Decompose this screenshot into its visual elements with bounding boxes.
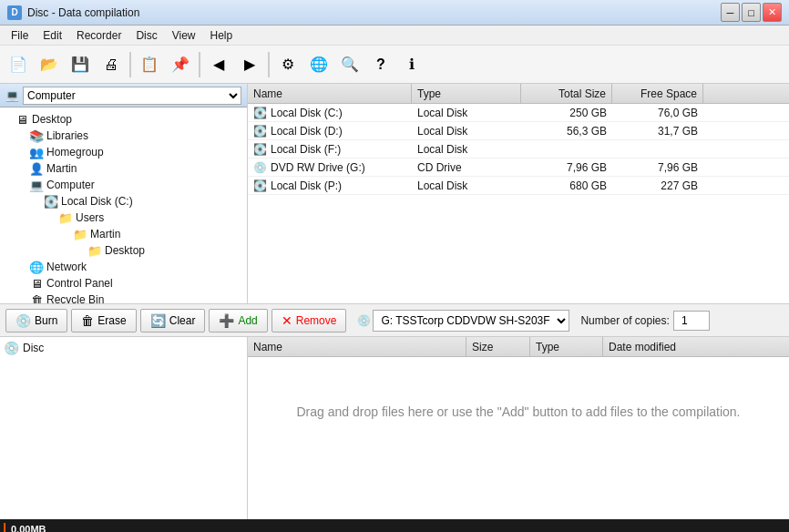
search-button[interactable]: 🔍 bbox=[335, 50, 364, 79]
cell-total-3: 7,96 GB bbox=[521, 159, 612, 176]
tree-panel: 💻 Computer 🖥 Desktop 📚 Libraries bbox=[0, 84, 248, 303]
copy-button[interactable]: 📋 bbox=[135, 50, 164, 79]
new-button[interactable]: 📄 bbox=[4, 50, 33, 79]
toolbar-sep-1 bbox=[129, 52, 131, 77]
file-list-header: Name Type Total Size Free Space bbox=[248, 84, 789, 104]
comp-col-size[interactable]: Size bbox=[466, 337, 530, 356]
col-header-name[interactable]: Name bbox=[248, 84, 412, 103]
cell-free-2 bbox=[612, 140, 703, 158]
disc-small-icon: 💿 bbox=[4, 341, 19, 355]
cell-total-0: 250 GB bbox=[521, 104, 612, 121]
menu-bar: File Edit Recorder Disc View Help bbox=[0, 26, 789, 46]
users-folder-icon: 📁 bbox=[58, 210, 73, 225]
progress-label: 0,00MB bbox=[11, 524, 46, 532]
back-button[interactable]: ◀ bbox=[204, 50, 233, 79]
progress-bar bbox=[4, 523, 5, 532]
tree-header: 💻 Computer bbox=[0, 84, 247, 107]
drive-select[interactable]: G: TSSTcorp CDDVDW SH-S203F bbox=[373, 310, 569, 332]
cell-free-4: 227 GB bbox=[612, 177, 703, 194]
tree-item-desktop[interactable]: 🖥 Desktop bbox=[0, 111, 247, 128]
file-icon-2: 💽 bbox=[253, 143, 267, 156]
main-area: 💻 Computer 🖥 Desktop 📚 Libraries bbox=[0, 84, 789, 304]
user-icon: 👤 bbox=[29, 161, 44, 176]
cell-name-4: 💽 Local Disk (P:) bbox=[248, 177, 412, 194]
erase-button[interactable]: 🗑 Erase bbox=[71, 309, 136, 332]
file-row-2[interactable]: 💽 Local Disk (F:) Local Disk bbox=[248, 140, 789, 159]
file-row-4[interactable]: 💽 Local Disk (P:) Local Disk 680 GB 227 … bbox=[248, 177, 789, 195]
disk-c-icon: 💽 bbox=[44, 194, 58, 209]
burn-button[interactable]: 💿 Burn bbox=[5, 309, 67, 332]
menu-view[interactable]: View bbox=[165, 27, 203, 44]
remove-button[interactable]: ✕ Remove bbox=[272, 309, 347, 332]
save-button[interactable]: 💾 bbox=[66, 50, 95, 79]
tree-item-network[interactable]: 🌐 Network bbox=[0, 259, 247, 275]
toolbar: 📄 📂 💾 🖨 📋 📌 ◀ ▶ ⚙ 🌐 🔍 ? ℹ bbox=[0, 46, 789, 84]
menu-edit[interactable]: Edit bbox=[36, 27, 69, 44]
tree-item-libraries[interactable]: 📚 Libraries bbox=[0, 128, 247, 144]
progress-area: 0,00MB bbox=[0, 519, 789, 532]
tree-item-desktop-sub[interactable]: 📁 Desktop bbox=[0, 242, 247, 259]
cell-free-0: 76,0 GB bbox=[612, 104, 703, 121]
help-button[interactable]: ? bbox=[366, 50, 395, 79]
add-button[interactable]: ➕ Add bbox=[209, 309, 267, 332]
location-dropdown[interactable]: Computer bbox=[23, 87, 241, 105]
settings-button[interactable]: ⚙ bbox=[273, 50, 302, 79]
tree-item-computer[interactable]: 💻 Computer bbox=[0, 177, 247, 193]
erase-icon: 🗑 bbox=[81, 313, 94, 328]
cell-type-2: Local Disk bbox=[412, 140, 521, 158]
add-icon: ➕ bbox=[219, 313, 234, 328]
open-button[interactable]: 📂 bbox=[35, 50, 64, 79]
copies-input[interactable] bbox=[673, 311, 710, 331]
col-header-free[interactable]: Free Space bbox=[612, 84, 703, 103]
tree-item-martin-folder[interactable]: 📁 Martin bbox=[0, 226, 247, 242]
title-buttons: ─ □ ✕ bbox=[721, 3, 782, 22]
tree-item-users[interactable]: 📁 Users bbox=[0, 210, 247, 226]
print-button[interactable]: 🖨 bbox=[97, 50, 126, 79]
paste-button[interactable]: 📌 bbox=[166, 50, 195, 79]
drop-hint: Drag and drop files here or use the "Add… bbox=[248, 357, 789, 466]
comp-col-date[interactable]: Date modified bbox=[603, 337, 789, 356]
drive-icon: 💿 bbox=[357, 314, 371, 327]
tree-item-control-panel[interactable]: 🖥 Control Panel bbox=[0, 275, 247, 292]
cell-type-4: Local Disk bbox=[412, 177, 521, 194]
comp-list-header: Name Size Type Date modified bbox=[248, 337, 789, 357]
file-list-panel: Name Type Total Size Free Space 💽 Local … bbox=[248, 84, 789, 303]
title-text: Disc - Data compilation bbox=[27, 6, 139, 19]
menu-help[interactable]: Help bbox=[203, 27, 241, 44]
file-row-3[interactable]: 💿 DVD RW Drive (G:) CD Drive 7,96 GB 7,9… bbox=[248, 159, 789, 177]
network-button[interactable]: 🌐 bbox=[304, 50, 333, 79]
clear-button[interactable]: 🔄 Clear bbox=[140, 309, 206, 332]
file-icon-4: 💽 bbox=[253, 179, 267, 192]
tree-item-c-drive[interactable]: 💽 Local Disk (C:) bbox=[0, 193, 247, 210]
comp-col-name[interactable]: Name bbox=[248, 337, 466, 356]
menu-disc[interactable]: Disc bbox=[128, 27, 164, 44]
menu-file[interactable]: File bbox=[4, 27, 36, 44]
martin-folder-icon: 📁 bbox=[73, 227, 87, 241]
tree-item-martin[interactable]: 👤 Martin bbox=[0, 160, 247, 177]
tree-item-homegroup[interactable]: 👥 Homegroup bbox=[0, 144, 247, 160]
col-header-total[interactable]: Total Size bbox=[521, 84, 612, 103]
disc-panel: 💿 Disc bbox=[0, 337, 248, 519]
col-header-type[interactable]: Type bbox=[412, 84, 521, 103]
info-button[interactable]: ℹ bbox=[397, 50, 426, 79]
close-button[interactable]: ✕ bbox=[763, 3, 782, 22]
clear-icon: 🔄 bbox=[150, 313, 166, 328]
file-icon-1: 💽 bbox=[253, 125, 267, 138]
menu-recorder[interactable]: Recorder bbox=[69, 27, 128, 44]
copies-label: Number of copies: bbox=[580, 314, 669, 327]
tree-item-recycle[interactable]: 🗑 Recycle Bin bbox=[0, 292, 247, 303]
file-row-1[interactable]: 💽 Local Disk (D:) Local Disk 56,3 GB 31,… bbox=[248, 122, 789, 140]
remove-icon: ✕ bbox=[282, 313, 292, 328]
maximize-button[interactable]: □ bbox=[742, 3, 761, 22]
comp-col-type[interactable]: Type bbox=[530, 337, 603, 356]
file-row-0[interactable]: 💽 Local Disk (C:) Local Disk 250 GB 76,0… bbox=[248, 104, 789, 122]
action-toolbar: 💿 Burn 🗑 Erase 🔄 Clear ➕ Add ✕ Remove 💿 … bbox=[0, 304, 789, 337]
computer-icon: 💻 bbox=[5, 89, 19, 102]
file-rows: 💽 Local Disk (C:) Local Disk 250 GB 76,0… bbox=[248, 104, 789, 195]
cell-total-1: 56,3 GB bbox=[521, 122, 612, 139]
cell-total-4: 680 GB bbox=[521, 177, 612, 194]
burn-icon: 💿 bbox=[15, 313, 31, 328]
file-icon-3: 💿 bbox=[253, 161, 267, 174]
forward-button[interactable]: ▶ bbox=[235, 50, 264, 79]
minimize-button[interactable]: ─ bbox=[721, 3, 740, 22]
